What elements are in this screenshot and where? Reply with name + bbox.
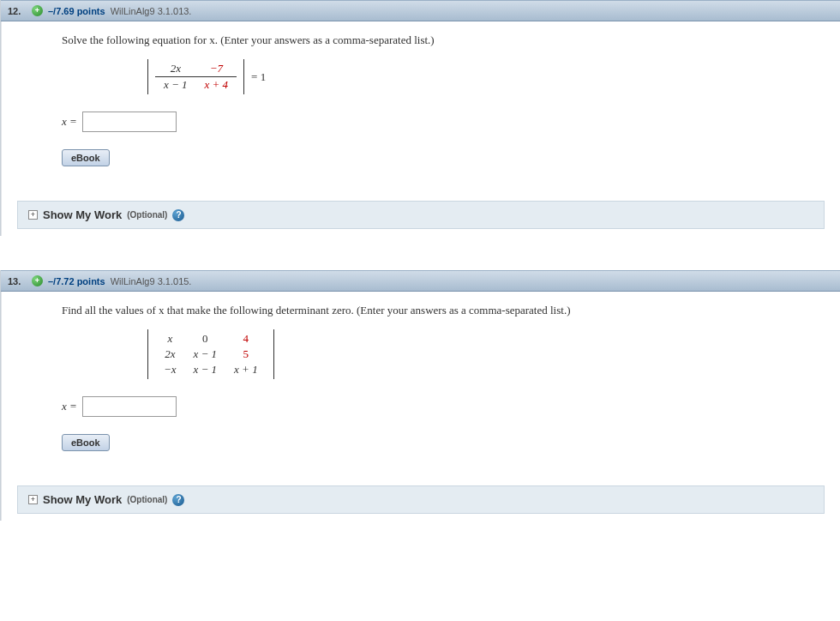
equation: x 0 4 2x x − 1 5 −x x − 1 x + 1 — [147, 329, 825, 379]
show-work-title: Show My Work — [43, 208, 122, 221]
question-block: 12. + –/7.69 points WilLinAlg9 3.1.013. … — [0, 0, 840, 236]
matrix-cell: −x — [155, 362, 185, 377]
determinant-matrix: 2x −7 x − 1 x + 4 — [155, 61, 237, 93]
show-work-optional: (Optional) — [127, 495, 167, 504]
help-icon[interactable]: ? — [172, 209, 184, 221]
determinant-matrix: x 0 4 2x x − 1 5 −x x − 1 x + 1 — [155, 331, 267, 377]
matrix-cell: x — [155, 331, 185, 347]
expand-icon[interactable]: + — [32, 275, 43, 286]
matrix-cell: x − 1 — [185, 347, 226, 362]
show-my-work-bar[interactable]: + Show My Work (Optional) ? — [17, 485, 825, 514]
plus-icon[interactable]: + — [28, 495, 38, 504]
matrix-cell: x + 4 — [196, 77, 237, 93]
question-prompt: Solve the following equation for x. (Ent… — [62, 33, 825, 47]
question-body: Solve the following equation for x. (Ent… — [1, 21, 840, 236]
equation-rhs: = 1 — [251, 70, 266, 84]
ebook-button[interactable]: eBook — [62, 434, 110, 451]
points-label[interactable]: –/7.72 points — [48, 276, 105, 286]
matrix-cell: −7 — [196, 61, 237, 77]
answer-label: x = — [62, 115, 77, 129]
question-header: 12. + –/7.69 points WilLinAlg9 3.1.013. — [1, 0, 840, 21]
help-icon[interactable]: ? — [172, 494, 184, 506]
ebook-button[interactable]: eBook — [62, 149, 110, 166]
matrix-cell: x − 1 — [155, 77, 196, 93]
matrix-cell: x − 1 — [185, 362, 226, 377]
matrix-cell: 2x — [155, 61, 196, 77]
matrix-cell: 5 — [225, 347, 267, 362]
show-work-optional: (Optional) — [127, 210, 167, 220]
answer-label: x = — [62, 400, 77, 413]
plus-icon[interactable]: + — [28, 210, 38, 220]
question-prompt: Find all the values of x that make the f… — [62, 304, 825, 317]
answer-row: x = — [62, 112, 825, 132]
answer-input[interactable] — [82, 112, 177, 132]
question-body: Find all the values of x that make the f… — [1, 292, 840, 521]
matrix-cell: x + 1 — [225, 362, 267, 377]
points-label[interactable]: –/7.69 points — [48, 6, 105, 16]
answer-input[interactable] — [82, 396, 177, 417]
expand-icon[interactable]: + — [32, 5, 43, 16]
question-number: 12. — [8, 6, 27, 16]
show-work-title: Show My Work — [43, 493, 122, 506]
answer-row: x = — [62, 396, 825, 417]
question-header: 13. + –/7.72 points WilLinAlg9 3.1.015. — [1, 270, 840, 292]
question-block: 13. + –/7.72 points WilLinAlg9 3.1.015. … — [0, 270, 840, 521]
question-number: 13. — [8, 276, 27, 286]
source-label: WilLinAlg9 3.1.013. — [111, 6, 192, 16]
matrix-cell: 4 — [225, 331, 267, 347]
source-label: WilLinAlg9 3.1.015. — [111, 276, 192, 286]
matrix-cell: 2x — [155, 347, 185, 362]
show-my-work-bar[interactable]: + Show My Work (Optional) ? — [17, 201, 825, 229]
matrix-cell: 0 — [185, 331, 226, 347]
equation: 2x −7 x − 1 x + 4 = 1 — [147, 59, 825, 94]
